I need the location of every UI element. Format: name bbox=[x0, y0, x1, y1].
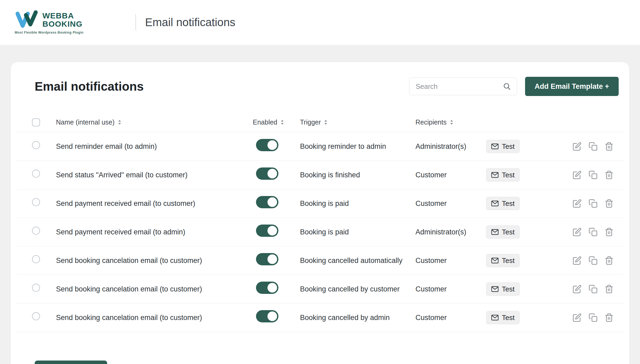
sort-icon bbox=[280, 119, 285, 125]
row-name: Send booking cancelation email (to custo… bbox=[56, 255, 245, 266]
email-notifications-panel: Email notifications Add Email Template +… bbox=[11, 62, 629, 364]
delete-button[interactable] bbox=[605, 199, 614, 208]
delete-button[interactable] bbox=[605, 284, 614, 294]
column-header-enabled[interactable]: Enabled bbox=[245, 118, 292, 126]
table-header-row: Name (internal use) Enabled Trigger Reci… bbox=[17, 113, 623, 132]
email-icon bbox=[491, 143, 499, 150]
test-button[interactable]: Test bbox=[486, 254, 520, 267]
test-button[interactable]: Test bbox=[486, 197, 520, 210]
duplicate-icon bbox=[589, 170, 598, 179]
enabled-toggle[interactable] bbox=[256, 196, 278, 208]
row-recipients: Customer bbox=[407, 198, 476, 209]
duplicate-button[interactable] bbox=[589, 313, 598, 322]
delete-icon bbox=[605, 256, 614, 265]
duplicate-button[interactable] bbox=[589, 284, 598, 294]
duplicate-icon bbox=[589, 313, 598, 322]
edit-icon bbox=[573, 227, 582, 237]
table-row: Send booking cancelation email (to custo… bbox=[17, 246, 623, 275]
edit-button[interactable] bbox=[573, 142, 582, 151]
duplicate-icon bbox=[589, 142, 598, 151]
column-header-name[interactable]: Name (internal use) bbox=[56, 118, 245, 126]
test-button[interactable]: Test bbox=[486, 225, 520, 239]
test-button-label: Test bbox=[502, 314, 515, 322]
row-name: Send payment received email (to admin) bbox=[56, 227, 245, 237]
row-trigger: Booking is finished bbox=[292, 161, 403, 189]
duplicate-icon bbox=[589, 256, 598, 265]
row-checkbox[interactable] bbox=[32, 284, 40, 292]
edit-button[interactable] bbox=[573, 313, 582, 322]
test-button[interactable]: Test bbox=[486, 140, 520, 153]
row-trigger: Booking cancelled automatically bbox=[292, 246, 403, 275]
enabled-toggle[interactable] bbox=[256, 310, 278, 322]
delete-icon bbox=[605, 142, 614, 151]
brand-line1: WEBBA bbox=[42, 11, 82, 20]
duplicate-button[interactable] bbox=[589, 199, 598, 208]
column-header-trigger-label: Trigger bbox=[300, 118, 321, 126]
test-button[interactable]: Test bbox=[486, 311, 520, 324]
enabled-toggle[interactable] bbox=[256, 139, 278, 151]
column-header-recipients[interactable]: Recipients bbox=[407, 118, 476, 126]
row-checkbox[interactable] bbox=[32, 227, 40, 235]
delete-button[interactable] bbox=[605, 142, 614, 151]
row-recipients: Customer bbox=[407, 313, 476, 323]
edit-button[interactable] bbox=[573, 227, 582, 237]
row-checkbox[interactable] bbox=[32, 255, 40, 263]
duplicate-button[interactable] bbox=[589, 170, 598, 180]
enabled-toggle[interactable] bbox=[256, 225, 278, 237]
search-input[interactable] bbox=[409, 78, 517, 95]
top-bar: WEBBA BOOKING Most Flexible Wordpress Bo… bbox=[0, 0, 640, 45]
row-name: Send status "Arrived" email (to customer… bbox=[56, 170, 245, 180]
row-trigger: Booking cancelled by admin bbox=[292, 303, 403, 332]
row-recipients: Administrator(s) bbox=[407, 227, 476, 237]
row-trigger: Booking is paid bbox=[292, 218, 403, 246]
row-trigger: Booking reminder to admin bbox=[292, 132, 403, 161]
column-header-trigger[interactable]: Trigger bbox=[292, 118, 407, 126]
duplicate-button[interactable] bbox=[589, 256, 598, 265]
row-recipients: Administrator(s) bbox=[407, 141, 476, 151]
search-box bbox=[409, 78, 517, 95]
partial-bottom-button[interactable] bbox=[35, 361, 107, 364]
add-email-template-button[interactable]: Add Email Template + bbox=[525, 77, 619, 96]
enabled-toggle[interactable] bbox=[256, 167, 278, 180]
delete-button[interactable] bbox=[605, 313, 614, 322]
email-icon bbox=[491, 229, 499, 235]
duplicate-button[interactable] bbox=[589, 227, 598, 237]
delete-button[interactable] bbox=[605, 170, 614, 180]
email-templates-table: Name (internal use) Enabled Trigger Reci… bbox=[17, 113, 623, 332]
test-button[interactable]: Test bbox=[486, 168, 520, 182]
edit-button[interactable] bbox=[573, 199, 582, 208]
row-recipients: Customer bbox=[407, 170, 476, 180]
edit-icon bbox=[573, 142, 582, 151]
test-button[interactable]: Test bbox=[486, 282, 520, 296]
row-checkbox[interactable] bbox=[32, 198, 40, 206]
delete-icon bbox=[605, 227, 614, 237]
edit-icon bbox=[573, 313, 582, 322]
test-button-label: Test bbox=[502, 228, 515, 236]
delete-button[interactable] bbox=[605, 256, 614, 265]
row-checkbox[interactable] bbox=[32, 312, 40, 320]
edit-icon bbox=[573, 199, 582, 208]
edit-button[interactable] bbox=[573, 256, 582, 265]
sort-icon bbox=[117, 119, 122, 125]
brand-name: WEBBA BOOKING bbox=[42, 11, 82, 28]
table-row: Send reminder email (to admin) Booking r… bbox=[17, 132, 623, 161]
row-name: Send reminder email (to admin) bbox=[56, 141, 245, 151]
edit-button[interactable] bbox=[573, 284, 582, 294]
row-checkbox[interactable] bbox=[32, 141, 40, 149]
delete-button[interactable] bbox=[605, 227, 614, 237]
select-all-checkbox[interactable] bbox=[32, 118, 40, 126]
brand-line2: BOOKING bbox=[42, 20, 82, 28]
brand-tagline: Most Flexible Wordpress Booking Plugin bbox=[15, 31, 83, 34]
enabled-toggle[interactable] bbox=[256, 282, 278, 294]
duplicate-icon bbox=[589, 199, 598, 208]
test-button-label: Test bbox=[502, 171, 515, 179]
duplicate-button[interactable] bbox=[589, 142, 598, 151]
delete-icon bbox=[605, 199, 614, 208]
row-checkbox[interactable] bbox=[32, 170, 40, 178]
edit-button[interactable] bbox=[573, 170, 582, 180]
table-body: Send reminder email (to admin) Booking r… bbox=[17, 132, 623, 332]
logo-w-icon bbox=[15, 10, 38, 29]
enabled-toggle[interactable] bbox=[256, 253, 278, 265]
row-recipients: Customer bbox=[407, 284, 476, 294]
column-header-recipients-label: Recipients bbox=[415, 118, 447, 126]
